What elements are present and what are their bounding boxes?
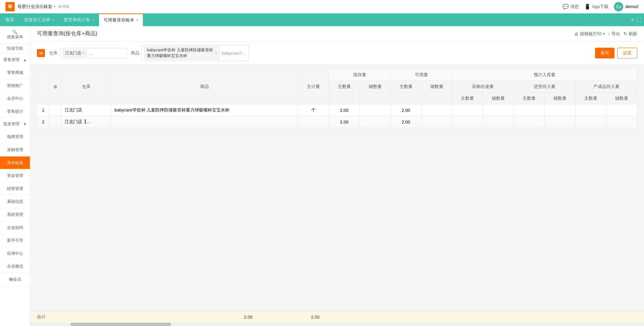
close-tab-icon[interactable]: × <box>92 18 94 22</box>
sidebar-item-new-guide[interactable]: 新手引导 <box>0 234 30 247</box>
top-bar: 畅 母婴行业演示账套 ▾ 标准版 💬 消息 📱 App下载 Ea demo2 <box>0 0 644 13</box>
row-inb-main <box>514 116 545 128</box>
company-name: 母婴行业演示账套 <box>17 4 52 10</box>
product-label: 商品 <box>131 50 140 56</box>
product-filter-group: 商品 babycare学饮杯 儿童防摔防撞吸管杯重力球吸嘴杯宝宝水杯 × bab… <box>131 45 249 61</box>
row-stock-main: 2.00 <box>329 104 360 116</box>
sidebar-item-app-center[interactable]: 应用中心 <box>0 247 30 260</box>
row-prod-aux <box>606 104 637 116</box>
sidebar-item-operations[interactable]: 经营管理 <box>0 182 30 195</box>
sidebar-item-retail-stats[interactable]: 零售统计 <box>0 105 30 118</box>
tab-home[interactable]: 首页 <box>0 13 19 26</box>
tab-receive-summary[interactable]: 收发存汇总表 × <box>19 13 59 26</box>
content-area: 可用量查询(按仓库+商品) 🖨 按模板打印 ▾ ↑ 导出 ↻ 刷新 <box>30 26 644 326</box>
logo-icon: 畅 <box>5 2 15 11</box>
sidebar-item-enterprise-wechat[interactable]: 企业微信 <box>0 260 30 273</box>
sidebar: 🔍 搜索菜单 快捷导航 零售管理 ▲ 零售商城 营销推广 会员中心 零售统计 批… <box>0 26 30 326</box>
user-profile[interactable]: Ea demo2 <box>614 2 639 11</box>
horizontal-scrollbar[interactable] <box>30 323 644 326</box>
sidebar-item-basic-info[interactable]: 基础信息 <box>0 195 30 208</box>
sidebar-item-purchase[interactable]: 采购管理 <box>0 143 30 156</box>
table-container: ⚙ 仓库 商品 主计量 现存量 <box>30 65 644 311</box>
available-header: 可用量 <box>390 69 452 81</box>
message-button[interactable]: 💬 消息 <box>562 4 579 10</box>
row-no: 1 <box>37 104 49 116</box>
warehouse-input[interactable]: 江北门店 × ... <box>60 48 127 58</box>
company-selector[interactable]: 母婴行业演示账套 ▾ <box>17 4 56 10</box>
row-unit: 个 <box>298 104 329 116</box>
sidebar-item-label: 批发管理 <box>3 121 19 127</box>
scrollbar-thumb[interactable] <box>70 323 171 326</box>
footer-stock-main: 2.00 <box>228 315 268 320</box>
sidebar-item-member[interactable]: 畅会员 <box>0 273 30 286</box>
tab-order-stats[interactable]: 要货单统计表 × <box>59 13 99 26</box>
warehouse-header: 仓库 <box>61 69 111 104</box>
footer-avail-main: 2.00 <box>295 315 335 320</box>
close-tab-icon[interactable]: × <box>136 18 138 22</box>
planned-inbound-header: 预计入库量 <box>452 69 637 81</box>
row-stock-aux <box>360 116 390 128</box>
sidebar-quick-nav[interactable]: 快捷导航 <box>0 44 30 54</box>
sidebar-item-retail-mgmt[interactable]: 零售管理 ▲ <box>0 54 30 66</box>
product-tag: babycare学饮杯 儿童防摔防撞吸管杯重力球吸嘴杯宝宝水杯 × <box>145 47 219 59</box>
close-all-tabs-icon[interactable]: × <box>631 17 634 23</box>
refresh-icon: ↻ <box>624 31 627 36</box>
prod-main-sub: 主数量 <box>576 93 606 104</box>
row-gear <box>49 116 61 128</box>
sidebar-item-member-center[interactable]: 会员中心 <box>0 92 30 105</box>
message-icon: 💬 <box>562 4 569 10</box>
export-button[interactable]: ↑ 导出 <box>608 31 621 37</box>
dropdown-arrow-icon: ▾ <box>603 32 605 36</box>
stock-aux-qty-header: 辅数量 <box>360 81 390 93</box>
table-row: 2 江北门店【... 2.00 2.00 <box>37 116 637 128</box>
sidebar-item-enterprise-collab[interactable]: 企业协同 <box>0 221 30 234</box>
sidebar-item-label: 零售管理 <box>3 57 19 63</box>
export-icon: ↑ <box>608 31 610 36</box>
table-row: 1 江北门店 babycare学饮杯 儿童防摔防撞吸管杯重力球吸嘴杯宝宝水杯 个… <box>37 104 637 116</box>
remove-product-tag-icon[interactable]: × <box>215 51 217 55</box>
sidebar-item-marketing[interactable]: 营销推广 <box>0 79 30 92</box>
avail-aux-sub <box>421 93 452 104</box>
dropdown-arrow-icon: ▾ <box>54 4 56 9</box>
sidebar-search[interactable]: 🔍 搜索菜单 <box>0 26 30 44</box>
warehouse-ellipsis[interactable]: ... <box>89 51 92 56</box>
row-warehouse: 江北门店【... <box>61 116 111 128</box>
phone-icon: 📱 <box>584 4 591 10</box>
sidebar-item-finance[interactable]: 资金管理 <box>0 169 30 182</box>
product-input[interactable]: babycare学饮杯 儿童防摔防撞吸管杯重力球吸嘴杯宝宝水杯 × babyca… <box>142 45 249 61</box>
user-name: demo2 <box>625 4 639 9</box>
product-more[interactable]: babycare?... <box>221 51 246 56</box>
inb-aux-sub: 辅数量 <box>545 93 576 104</box>
warehouse-filter-group: 仓库 江北门店 × ... <box>49 48 127 58</box>
sidebar-item-inventory[interactable]: 库存核算 <box>0 156 30 170</box>
sidebar-item-retail-mall[interactable]: 零售商城 <box>0 66 30 79</box>
row-avail-aux <box>421 116 452 128</box>
close-tab-icon[interactable]: × <box>52 18 54 22</box>
row-avail-aux <box>421 104 452 116</box>
gear-header[interactable]: ⚙ <box>49 69 61 104</box>
page-header: 可用量查询(按仓库+商品) 🖨 按模板打印 ▾ ↑ 导出 ↻ 刷新 <box>30 26 644 42</box>
arrow-icon: ▼ <box>23 122 26 126</box>
row-product <box>111 116 298 128</box>
remove-warehouse-tag-icon[interactable]: × <box>82 51 84 55</box>
avail-main-qty-header: 主数量 <box>390 81 421 93</box>
query-button[interactable]: 查询 <box>595 48 614 58</box>
app-download-button[interactable]: 📱 App下载 <box>584 4 608 10</box>
top-bar-right: 💬 消息 📱 App下载 Ea demo2 <box>562 2 639 11</box>
settings-button[interactable]: 设置 <box>617 48 637 58</box>
inb-main-sub: 主数量 <box>514 93 545 104</box>
expand-icon[interactable]: ⛶ <box>637 17 641 22</box>
sidebar-item-wholesale-mgmt[interactable]: 批发管理 ▼ <box>0 118 30 130</box>
printer-icon: 🖨 <box>574 31 579 36</box>
refresh-button[interactable]: ↻ 刷新 <box>624 31 637 37</box>
filter-toggle-button[interactable]: ≫ <box>37 49 45 57</box>
row-warehouse: 江北门店 <box>61 104 111 116</box>
tab-available-stock[interactable]: 可用量库存账本 × <box>99 13 143 26</box>
inbound-pending-header: 进货待入量 <box>514 81 576 93</box>
main-unit-header: 主计量 <box>298 69 329 104</box>
sidebar-item-ecommerce[interactable]: 电商管理 <box>0 130 30 143</box>
sidebar-item-system[interactable]: 系统管理 <box>0 208 30 221</box>
pur-aux-sub: 辅数量 <box>483 93 514 104</box>
page-title: 可用量查询(按仓库+商品) <box>37 30 97 41</box>
template-print-button[interactable]: 🖨 按模板打印 ▾ <box>574 31 605 37</box>
